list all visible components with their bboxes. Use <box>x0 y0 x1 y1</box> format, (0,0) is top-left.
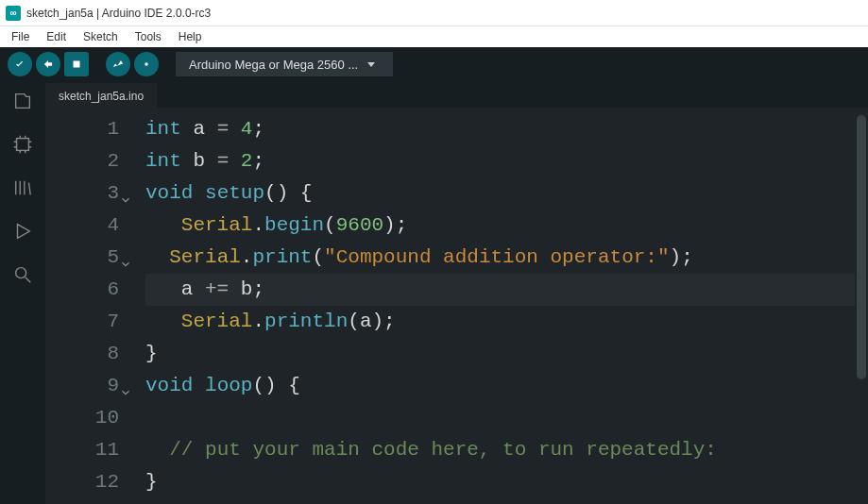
code-line[interactable] <box>145 402 855 434</box>
main-area: sketch_jan5a.ino 123456789101112 int a =… <box>0 81 868 504</box>
code-line[interactable]: int b = 2; <box>145 145 855 177</box>
line-number: 12 <box>45 466 119 498</box>
code-line[interactable]: a += b; <box>145 274 855 306</box>
line-number: 8 <box>45 338 119 370</box>
library-manager-icon[interactable] <box>10 176 35 200</box>
line-number: 1 <box>45 113 119 145</box>
code-line[interactable]: void loop() { <box>145 370 855 402</box>
line-number: 7 <box>45 306 119 338</box>
search-icon[interactable] <box>10 262 35 287</box>
activity-sidebar <box>0 81 45 504</box>
code-line[interactable]: Serial.println(a); <box>145 306 855 338</box>
code-line[interactable]: } <box>145 466 855 498</box>
line-number: 9 <box>45 370 119 402</box>
board-label: Arduino Mega or Mega 2560 ... <box>189 58 358 72</box>
menu-sketch[interactable]: Sketch <box>76 28 126 45</box>
code-line[interactable]: Serial.print("Compound addition operator… <box>145 242 855 274</box>
serial-plotter-button[interactable] <box>106 52 130 76</box>
tab-label: sketch_jan5a.ino <box>59 90 144 103</box>
line-number: 10 <box>45 402 119 434</box>
explorer-icon[interactable] <box>10 89 35 113</box>
svg-rect-2 <box>17 139 29 151</box>
verify-button[interactable] <box>8 52 32 76</box>
window-title: sketch_jan5a | Arduino IDE 2.0.0-rc3 <box>26 7 211 20</box>
debug-button[interactable] <box>64 52 89 76</box>
tab-row: sketch_jan5a.ino <box>45 81 868 108</box>
svg-point-3 <box>16 268 26 278</box>
code-line[interactable]: Serial.begin(9600); <box>145 210 855 242</box>
chevron-down-icon <box>367 62 375 67</box>
code-line[interactable]: int a = 4; <box>145 113 855 145</box>
code-content[interactable]: int a = 4;int b = 2;void setup() { Seria… <box>128 113 855 504</box>
board-selector[interactable]: Arduino Mega or Mega 2560 ... <box>176 52 393 76</box>
editor: sketch_jan5a.ino 123456789101112 int a =… <box>45 81 868 504</box>
file-tab[interactable]: sketch_jan5a.ino <box>45 83 157 108</box>
line-number: 6 <box>45 274 119 306</box>
app-icon: ∞ <box>6 6 21 21</box>
line-number: 5 <box>45 242 119 274</box>
code-line[interactable]: } <box>145 338 855 370</box>
upload-button[interactable] <box>36 52 60 76</box>
vertical-scrollbar[interactable] <box>855 113 868 504</box>
boards-manager-icon[interactable] <box>10 132 35 157</box>
toolbar: Arduino Mega or Mega 2560 ... <box>0 47 868 81</box>
debug-icon[interactable] <box>10 219 35 244</box>
line-number: 11 <box>45 434 119 466</box>
code-area[interactable]: 123456789101112 int a = 4;int b = 2;void… <box>45 108 868 504</box>
scroll-thumb[interactable] <box>857 115 866 379</box>
line-number: 3 <box>45 177 119 210</box>
code-line[interactable]: // put your main code here, to run repea… <box>145 434 855 466</box>
menu-tools[interactable]: Tools <box>128 28 169 45</box>
svg-point-1 <box>145 62 148 66</box>
line-gutter: 123456789101112 <box>45 113 128 504</box>
svg-rect-0 <box>74 61 80 68</box>
line-number: 4 <box>45 210 119 242</box>
menu-file[interactable]: File <box>4 28 37 45</box>
serial-monitor-button[interactable] <box>134 52 159 76</box>
title-bar: ∞ sketch_jan5a | Arduino IDE 2.0.0-rc3 <box>0 0 868 26</box>
menu-edit[interactable]: Edit <box>39 28 74 45</box>
code-line[interactable]: void setup() { <box>145 177 855 210</box>
line-number: 2 <box>45 145 119 177</box>
menu-bar: File Edit Sketch Tools Help <box>0 26 868 47</box>
menu-help[interactable]: Help <box>171 28 210 45</box>
